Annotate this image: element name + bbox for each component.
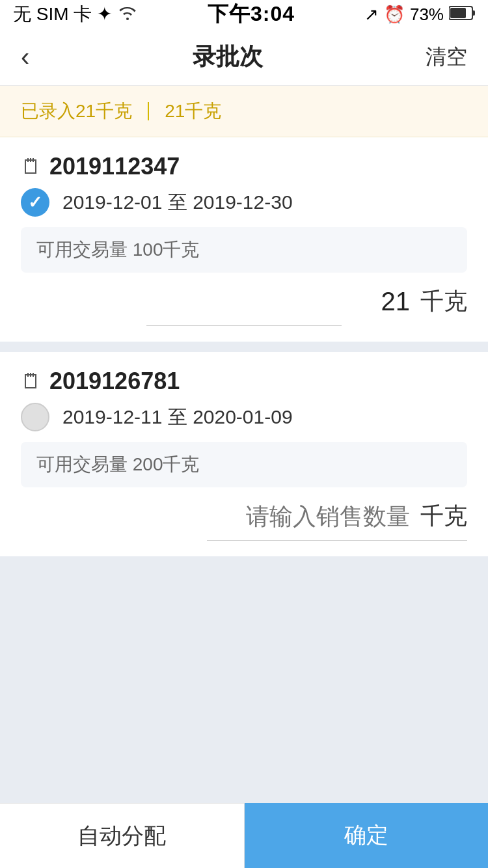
batch1-divider — [146, 325, 342, 326]
info-divider — [148, 102, 149, 120]
status-time: 下午3:04 — [208, 0, 295, 29]
recorded-label: 已录入21千克 — [21, 99, 132, 124]
wifi-icon — [117, 4, 138, 25]
status-bar: 无 SIM 卡 ✦ 下午3:04 ↗ ⏰ 73% — [0, 0, 488, 29]
batch1-qty-row: 21 千克 — [0, 273, 488, 318]
batch1-date: 2019-12-01 至 2019-12-30 — [62, 189, 293, 216]
battery-label: 73% — [410, 5, 444, 25]
batch1-qty-section: 21 千克 — [0, 273, 488, 342]
batch2-icon: 🗒 — [21, 370, 42, 394]
batch2-input-unit: 千克 — [420, 500, 467, 532]
batch2-row[interactable]: 2019-12-11 至 2020-01-09 — [21, 403, 467, 442]
sim-label: 无 SIM 卡 ✦ — [13, 2, 112, 27]
confirm-button[interactable]: 确定 — [245, 803, 489, 868]
batch2-date: 2019-12-11 至 2020-01-09 — [62, 404, 293, 431]
batch2-available: 可用交易量 200千克 — [21, 442, 467, 487]
nav-bar: ‹ 录批次 清空 — [0, 29, 488, 86]
batch1-qty-value: 21 — [381, 287, 411, 316]
checkmark-icon: ✓ — [28, 193, 42, 213]
battery-icon — [449, 5, 475, 25]
location-icon: ↗ — [364, 5, 379, 25]
batch1-header: 🗒 2019112347 — [21, 153, 467, 180]
status-left: 无 SIM 卡 ✦ — [13, 2, 138, 27]
batch2-input-section: 千克 — [0, 487, 488, 556]
svg-rect-2 — [450, 8, 466, 18]
recorded-value: 21千克 — [165, 99, 221, 124]
batch2-header: 🗒 2019126781 — [21, 368, 467, 395]
batch2-qty-input[interactable] — [21, 503, 410, 530]
batch2-input-row: 千克 — [0, 487, 488, 532]
batch1-qty-unit: 千克 — [420, 286, 467, 318]
batch-item-2: 🗒 2019126781 2019-12-11 至 2020-01-09 可用交… — [0, 352, 488, 487]
batch-item-1: 🗒 2019112347 ✓ 2019-12-01 至 2019-12-30 可… — [0, 137, 488, 273]
svg-rect-1 — [472, 10, 475, 16]
status-right: ↗ ⏰ 73% — [364, 5, 475, 25]
info-banner: 已录入21千克 21千克 — [0, 86, 488, 137]
batch2-number: 2019126781 — [49, 368, 180, 395]
clear-button[interactable]: 清空 — [426, 43, 467, 72]
section-separator — [0, 342, 488, 352]
batch2-input-divider — [207, 540, 467, 541]
empty-area — [0, 556, 488, 804]
bottom-bar: 自动分配 确定 — [0, 803, 488, 868]
batch1-available: 可用交易量 100千克 — [21, 227, 467, 273]
batch1-radio[interactable]: ✓ — [21, 188, 49, 217]
batch1-number: 2019112347 — [49, 153, 180, 180]
batch2-radio[interactable] — [21, 403, 49, 431]
batch1-row[interactable]: ✓ 2019-12-01 至 2019-12-30 — [21, 188, 467, 227]
page-title: 录批次 — [193, 41, 263, 73]
alarm-icon: ⏰ — [384, 5, 405, 25]
auto-distribute-button[interactable]: 自动分配 — [0, 803, 245, 868]
batch1-icon: 🗒 — [21, 155, 42, 179]
back-button[interactable]: ‹ — [21, 42, 29, 72]
